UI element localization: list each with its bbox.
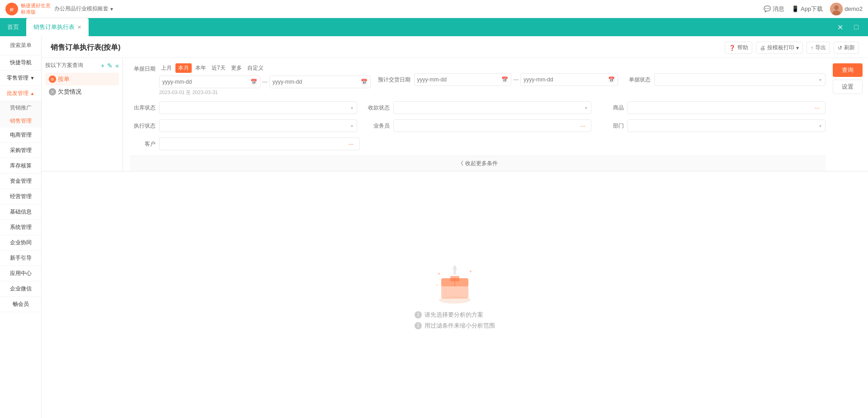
scheme-item-按单[interactable]: 按 按单 xyxy=(45,73,119,86)
goods-select[interactable]: ··· xyxy=(627,101,826,114)
empty-tips: 1 请先选择要分析的方案 2 用过滤条件来缩小分析范围 xyxy=(415,311,495,330)
sidebar-item-sales-mgmt[interactable]: 销售管理 xyxy=(0,114,41,128)
sidebar-item-wholesale[interactable]: 批发管理 ▲ xyxy=(0,86,41,101)
expected-end-field[interactable] xyxy=(524,76,606,83)
help-icon: ❓ xyxy=(729,45,736,51)
date-end-input[interactable]: 📅 xyxy=(269,76,371,88)
date-tab-custom[interactable]: 自定义 xyxy=(245,63,265,73)
dept-select[interactable]: ▾ xyxy=(627,119,826,132)
date-start-input[interactable]: 📅 xyxy=(159,76,260,88)
date-range-hint: 2023-03-01 至 2023-03-31 xyxy=(159,89,371,96)
calendar-end-icon2: 📅 xyxy=(608,76,615,83)
date-end-field[interactable] xyxy=(273,79,359,85)
tab-close-icon[interactable]: ✕ xyxy=(77,24,81,30)
tab-close-window[interactable]: ✕ xyxy=(834,21,846,33)
date-tab-more[interactable]: 更多 xyxy=(229,63,244,73)
tab-maximize[interactable]: □ xyxy=(850,21,863,33)
breadcrumb-dropdown[interactable]: ▾ xyxy=(110,6,113,12)
expected-start-input[interactable]: 📅 xyxy=(414,73,512,86)
export-button[interactable]: ↑ 导出 xyxy=(807,42,830,54)
scheme-panel: 按以下方案查询 + ✎ « 按 按单 xyxy=(42,58,123,171)
sidebar-item-finance[interactable]: 资金管理 xyxy=(0,174,41,189)
print-template-button[interactable]: 🖨 按模板打印 ▾ xyxy=(756,42,803,54)
setting-button[interactable]: 设置 xyxy=(833,80,863,94)
salesperson-ellipsis-icon[interactable]: ··· xyxy=(578,122,587,129)
date-tab-this-year[interactable]: 本年 xyxy=(193,63,208,73)
out-status-label: 出库状态 xyxy=(130,104,156,112)
sidebar-item-purchase[interactable]: 采购管理 xyxy=(0,143,41,158)
salesperson-select[interactable]: ··· xyxy=(393,119,591,132)
empty-tip-2: 2 用过滤条件来缩小分析范围 xyxy=(415,322,495,330)
sidebar-item-ecommerce[interactable]: 电商管理 xyxy=(0,128,41,143)
exec-status-select[interactable]: ▾ xyxy=(159,119,357,132)
user-profile[interactable]: demo2 xyxy=(830,3,863,15)
svg-point-3 xyxy=(834,5,839,10)
sidebar-item-app-center[interactable]: 应用中心 xyxy=(0,266,41,281)
dept-label: 部门 xyxy=(599,122,624,130)
date-start-field[interactable] xyxy=(162,79,249,85)
filter-dept: 部门 ▾ xyxy=(599,119,826,132)
sidebar-item-retail[interactable]: 零售管理 ▼ xyxy=(0,71,41,86)
date-tab-this-month[interactable]: 本月 xyxy=(175,63,192,73)
top-header: 好 畅捷通好生意 标准版 办公用品行业模拟账套 ▾ 💬 消息 📱 App下载 d… xyxy=(0,0,868,18)
logo-area: 好 畅捷通好生意 标准版 xyxy=(5,3,51,15)
sidebar-item-newbie[interactable]: 新手引导 xyxy=(0,251,41,266)
receipt-status-select[interactable]: ▾ xyxy=(393,101,591,114)
expected-start-field[interactable] xyxy=(417,76,500,83)
filter-row-2: 出库状态 ▾ 收款状态 ▾ xyxy=(130,101,826,114)
filter-expected-delivery: 预计交货日期 📅 — 📅 xyxy=(378,73,618,86)
out-status-select[interactable]: ▾ xyxy=(159,101,357,114)
goods-ellipsis-icon[interactable]: ··· xyxy=(812,104,821,111)
app-download-button[interactable]: 📱 App下载 xyxy=(792,5,823,13)
date-tab-7days[interactable]: 近7天 xyxy=(210,63,227,73)
date-field-label: 单据日期 xyxy=(130,63,156,73)
sidebar-search: 搜索菜单 xyxy=(0,36,41,55)
expected-delivery-label: 预计交货日期 xyxy=(378,76,410,84)
scheme-header: 按以下方案查询 + ✎ « xyxy=(45,62,119,69)
scheme-actions: + ✎ « xyxy=(101,62,119,69)
sidebar-item-operations[interactable]: 经营管理 xyxy=(0,189,41,204)
svg-point-10 xyxy=(438,273,440,275)
exec-status-arrow-icon: ▾ xyxy=(351,124,353,128)
refresh-button[interactable]: ↺ 刷新 xyxy=(834,42,859,54)
message-button[interactable]: 💬 消息 xyxy=(764,5,784,13)
tab-sales-order[interactable]: 销售订单执行表 ✕ xyxy=(26,18,89,36)
collapse-filter-button[interactable]: 《 收起更多条件 xyxy=(130,156,826,171)
scheme-add-button[interactable]: + xyxy=(101,62,104,69)
sidebar-item-marketing[interactable]: 营销推广 xyxy=(0,101,41,114)
sidebar-item-shortcut[interactable]: 快捷导航 xyxy=(0,55,41,71)
help-button[interactable]: ❓ 帮助 xyxy=(725,42,752,54)
sidebar-item-basic[interactable]: 基础信息 xyxy=(0,204,41,220)
filter-wrapper: 按以下方案查询 + ✎ « 按 按单 xyxy=(42,58,868,171)
tab-home[interactable]: 首页 xyxy=(0,18,26,36)
print-arrow-icon: ▾ xyxy=(796,45,799,51)
filter-content: 按以下方案查询 + ✎ « 按 按单 xyxy=(42,58,868,171)
tab-bar: 首页 销售订单执行表 ✕ ✕ □ xyxy=(0,18,868,36)
search-button[interactable]: 查询 xyxy=(833,63,863,77)
sidebar-item-system[interactable]: 系统管理 xyxy=(0,220,41,235)
sidebar: 搜索菜单 快捷导航 零售管理 ▼ 批发管理 ▲ 营销推广 销售管理 电商管理 采… xyxy=(0,36,42,418)
scheme-collapse-button[interactable]: « xyxy=(115,62,119,69)
receipt-status-label: 收款状态 xyxy=(364,104,390,112)
expected-end-input[interactable]: 📅 xyxy=(520,73,618,86)
page-title: 销售订单执行表(按单) xyxy=(51,43,121,52)
scheme-icon-欠货情况: 欠 xyxy=(49,88,56,95)
scheme-item-欠货情况[interactable]: 欠 欠货情况 xyxy=(45,86,119,98)
customer-select[interactable]: ··· xyxy=(159,138,360,150)
customer-ellipsis-icon[interactable]: ··· xyxy=(347,140,356,147)
doc-status-select[interactable]: ▾ xyxy=(654,73,826,86)
search-menu-button[interactable]: 搜索菜单 xyxy=(4,40,38,51)
tip-num-1: 1 xyxy=(415,311,422,318)
exec-status-label: 执行状态 xyxy=(130,122,156,130)
date-tab-last-month[interactable]: 上月 xyxy=(159,63,174,73)
filter-form: 单据日期 上月 本月 本年 近7天 更多 自定义 xyxy=(123,58,833,171)
date-separator: — xyxy=(262,79,268,85)
main-layout: 搜索菜单 快捷导航 零售管理 ▼ 批发管理 ▲ 营销推广 销售管理 电商管理 采… xyxy=(0,36,868,418)
sidebar-item-corp-collab[interactable]: 企业协同 xyxy=(0,235,41,251)
scheme-edit-button[interactable]: ✎ xyxy=(107,62,113,69)
sidebar-item-member[interactable]: 畅会员 xyxy=(0,297,41,312)
sidebar-item-inventory[interactable]: 库存核算 xyxy=(0,158,41,174)
svg-rect-13 xyxy=(453,269,456,275)
sidebar-item-corp-wechat[interactable]: 企业微信 xyxy=(0,281,41,297)
doc-status-label: 单据状态 xyxy=(625,76,651,84)
